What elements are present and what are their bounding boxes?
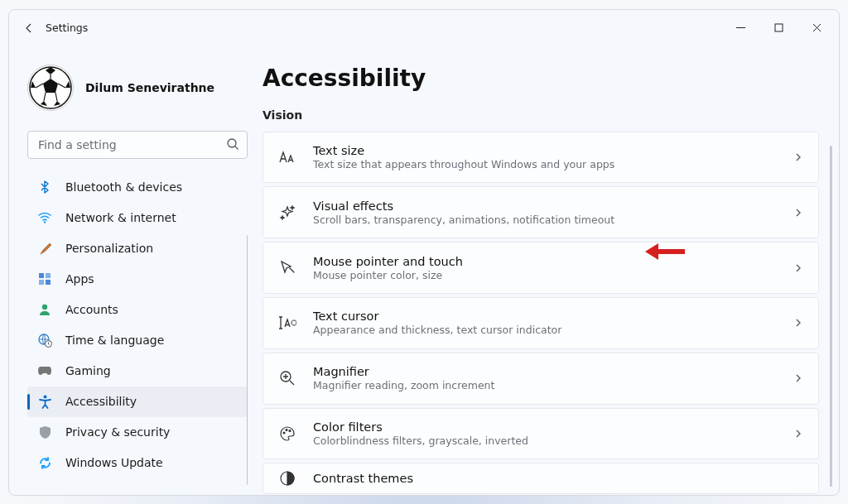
chevron-right-icon (793, 429, 803, 439)
bluetooth-icon (37, 180, 52, 194)
card-title: Text size (313, 144, 777, 157)
search-input[interactable] (27, 131, 248, 159)
magnifier-icon (278, 369, 296, 387)
palette-icon (278, 425, 296, 443)
sidebar: Dilum Senevirathne Bluetooth & devices N… (9, 46, 259, 495)
content-scrollbar[interactable] (830, 146, 832, 487)
shield-icon (37, 425, 52, 439)
card-color-filters[interactable]: Color filters Colorblindness filters, gr… (263, 408, 819, 460)
card-subtitle: Appearance and thickness, text cursor in… (313, 324, 777, 336)
sidebar-item-network-internet[interactable]: Network & internet (27, 203, 248, 233)
sidebar-item-label: Accounts (65, 303, 118, 316)
svg-rect-0 (775, 24, 783, 31)
card-subtitle: Text size that appears throughout Window… (313, 158, 777, 170)
window-controls (721, 15, 836, 41)
card-text-size[interactable]: Text size Text size that appears through… (263, 132, 819, 184)
card-title: Mouse pointer and touch (313, 255, 777, 268)
maximize-button[interactable] (759, 15, 797, 41)
svg-rect-10 (39, 273, 44, 278)
sidebar-scrollbar[interactable] (247, 235, 248, 485)
card-subtitle: Mouse pointer color, size (313, 269, 777, 281)
wifi-icon (37, 210, 52, 225)
card-text-cursor[interactable]: Text cursor Appearance and thickness, te… (263, 297, 819, 349)
svg-point-17 (43, 395, 46, 398)
page-title: Accessibility (263, 65, 819, 92)
section-label: Vision (263, 108, 819, 122)
gamepad-icon (37, 363, 52, 378)
globe-clock-icon (37, 333, 52, 348)
sidebar-item-label: Windows Update (65, 456, 163, 469)
cursor-icon (278, 259, 296, 277)
chevron-right-icon (793, 263, 803, 273)
close-button[interactable] (797, 15, 836, 41)
svg-point-14 (42, 305, 47, 310)
chevron-right-icon (793, 318, 803, 328)
sparkle-icon (278, 204, 296, 222)
sidebar-item-bluetooth-devices[interactable]: Bluetooth & devices (27, 172, 248, 203)
sidebar-item-accessibility[interactable]: Accessibility (27, 386, 248, 417)
sidebar-item-label: Privacy & security (65, 425, 170, 439)
sidebar-item-apps[interactable]: Apps (27, 264, 248, 295)
titlebar: Settings (9, 10, 839, 46)
chevron-right-icon (793, 373, 803, 383)
card-title: Text cursor (313, 310, 777, 323)
user-profile[interactable]: Dilum Senevirathne (27, 65, 248, 111)
close-icon (812, 23, 822, 32)
card-magnifier[interactable]: Magnifier Magnifier reading, zoom increm… (263, 353, 819, 405)
card-subtitle: Scroll bars, transparency, animations, n… (313, 214, 777, 226)
search-wrap (27, 131, 248, 159)
content: Accessibility Vision Text size Text size… (259, 46, 839, 495)
sidebar-item-label: Network & internet (65, 211, 176, 224)
card-title: Magnifier (313, 365, 777, 378)
arrow-left-icon (22, 22, 36, 35)
user-name: Dilum Senevirathne (85, 81, 214, 94)
text-size-icon (278, 148, 296, 166)
card-visual-effects[interactable]: Visual effects Scroll bars, transparency… (263, 186, 819, 238)
sidebar-item-label: Time & language (65, 334, 164, 347)
apps-icon (37, 271, 52, 286)
sidebar-item-accounts[interactable]: Accounts (27, 295, 248, 325)
sidebar-item-label: Apps (65, 272, 94, 286)
sync-icon (37, 455, 52, 470)
svg-point-20 (286, 429, 287, 430)
body: Dilum Senevirathne Bluetooth & devices N… (9, 46, 839, 495)
settings-window: Settings (8, 9, 840, 496)
search-icon (226, 137, 239, 151)
back-button[interactable] (12, 12, 46, 45)
maximize-icon (774, 23, 783, 32)
text-cursor-icon (278, 314, 296, 332)
svg-point-19 (283, 432, 285, 434)
card-title: Visual effects (313, 199, 777, 213)
card-subtitle: Magnifier reading, zoom increment (313, 379, 777, 391)
chevron-right-icon (793, 208, 803, 218)
minimize-icon (736, 23, 745, 32)
avatar (27, 65, 74, 111)
svg-rect-13 (46, 280, 51, 285)
card-mouse-pointer-touch[interactable]: Mouse pointer and touch Mouse pointer co… (263, 242, 819, 294)
window-title: Settings (46, 22, 88, 34)
card-contrast-themes[interactable]: Contrast themes (263, 463, 819, 494)
sidebar-item-label: Personalization (65, 242, 153, 255)
brush-icon (37, 241, 52, 256)
sidebar-item-label: Bluetooth & devices (65, 180, 182, 194)
sidebar-item-privacy-security[interactable]: Privacy & security (27, 417, 248, 448)
sidebar-item-windows-update[interactable]: Windows Update (27, 448, 248, 478)
accessibility-icon (37, 394, 52, 409)
card-title: Color filters (313, 420, 777, 434)
svg-point-21 (289, 430, 291, 431)
sidebar-item-label: Accessibility (65, 395, 137, 408)
avatar-soccerball-icon (29, 66, 72, 109)
sidebar-item-label: Gaming (65, 364, 111, 377)
chevron-right-icon (793, 152, 803, 162)
sidebar-item-gaming[interactable]: Gaming (27, 356, 248, 386)
minimize-button[interactable] (721, 15, 759, 41)
nav: Bluetooth & devices Network & internet P… (27, 169, 248, 488)
sidebar-item-time-language[interactable]: Time & language (27, 325, 248, 356)
card-subtitle: Colorblindness filters, grayscale, inver… (313, 434, 777, 447)
svg-rect-12 (39, 280, 44, 285)
card-title: Contrast themes (313, 472, 803, 485)
contrast-icon (278, 469, 296, 487)
person-icon (37, 302, 52, 317)
cards: Text size Text size that appears through… (263, 132, 819, 495)
sidebar-item-personalization[interactable]: Personalization (27, 233, 248, 264)
